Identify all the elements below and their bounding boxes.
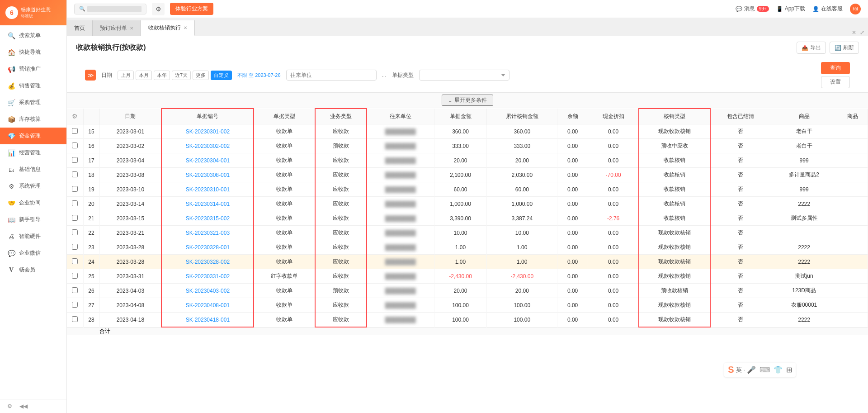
keyboard-icon[interactable]: ⌨ xyxy=(760,366,770,374)
user-avatar[interactable]: Rit xyxy=(850,4,861,14)
column-settings-icon[interactable]: ⚙ xyxy=(72,113,78,120)
cell-doc-type: 收款单 xyxy=(254,182,315,197)
doc-no-link[interactable]: SK-20230328-002 xyxy=(186,259,230,265)
cell-rownum: 22 xyxy=(83,226,99,240)
cell-checkbox[interactable] xyxy=(67,182,83,197)
doc-no-link[interactable]: SK-20230403-002 xyxy=(186,288,230,294)
cell-biz-type: 应收款 xyxy=(315,124,367,139)
operations-icon: 📊 xyxy=(7,149,15,157)
tab-payable-close[interactable]: ✕ xyxy=(130,26,133,31)
counterparty-input[interactable] xyxy=(286,70,377,81)
tab-receipt-close[interactable]: ✕ xyxy=(184,25,187,30)
sidebar-item-purchase[interactable]: 🛒 采购管理 xyxy=(0,94,66,111)
messages-button[interactable]: 💬 消息 99+ xyxy=(736,5,769,13)
cell-checkbox[interactable] xyxy=(67,313,83,328)
cell-checkbox[interactable] xyxy=(67,124,83,139)
tab-receipt[interactable]: 收款核销执行 ✕ xyxy=(141,20,195,36)
sidebar-item-system[interactable]: ⚙ 系统管理 xyxy=(0,178,66,195)
sidebar-item-basic[interactable]: 🗂 基础信息 xyxy=(0,161,66,178)
col-settings[interactable]: ⚙ xyxy=(67,109,83,124)
settings-button[interactable]: 设置 xyxy=(821,76,850,88)
export-button[interactable]: 📤 导出 xyxy=(797,42,826,54)
doc-no-link[interactable]: SK-20230331-002 xyxy=(186,273,230,280)
sidebar-item-sales[interactable]: 💰 销售管理 xyxy=(0,77,66,94)
cell-write-off-type: 收款核销 xyxy=(639,197,710,211)
cell-balance: 0.00 xyxy=(557,240,588,255)
doc-no-link[interactable]: SK-20230308-001 xyxy=(186,172,230,178)
sidebar-item-guide[interactable]: 📖 新手引导 xyxy=(0,211,66,228)
more-date-button[interactable]: 更多 xyxy=(193,71,209,80)
sidebar-item-enterprise[interactable]: 🤝 企业协同 xyxy=(0,195,66,211)
cell-write-off-type: 预收中应收 xyxy=(639,139,710,153)
this-year-button[interactable]: 本年 xyxy=(154,71,170,80)
sidebar-item-finance[interactable]: 💎 资金管理 xyxy=(0,128,66,144)
marketing-icon: 📢 xyxy=(7,66,15,73)
sidebar-item-hardware[interactable]: 🖨 智能硬件 xyxy=(0,228,66,245)
settings-bottom-icon[interactable]: ⚙ xyxy=(7,403,12,409)
sidebar-item-operations[interactable]: 📊 经营管理 xyxy=(0,144,66,161)
tab-payable[interactable]: 预订应付单 ✕ xyxy=(93,20,141,36)
grid-icon[interactable]: ⊞ xyxy=(786,366,792,374)
sidebar-item-member[interactable]: V 畅会员 xyxy=(0,261,66,278)
doc-no-link[interactable]: SK-20230302-002 xyxy=(186,143,230,149)
sidebar-item-search[interactable]: 🔍 搜索菜单 xyxy=(0,27,66,44)
cell-discount: 0.00 xyxy=(588,139,639,153)
doc-no-link[interactable]: SK-20230315-002 xyxy=(186,215,230,222)
expand-more-button[interactable]: ⌄ 展开更多条件 xyxy=(442,95,493,106)
cell-checkbox[interactable] xyxy=(67,197,83,211)
footer-spacer2 xyxy=(83,327,99,335)
cell-checkbox[interactable] xyxy=(67,298,83,313)
cell-checkbox[interactable] xyxy=(67,255,83,269)
shirt-icon[interactable]: 👕 xyxy=(774,366,783,374)
doc-no-link[interactable]: SK-20230301-002 xyxy=(186,128,230,135)
sidebar-item-quick[interactable]: 🏠 快捷导航 xyxy=(0,44,66,61)
doc-no-link[interactable]: SK-20230304-001 xyxy=(186,157,230,164)
doc-no-link[interactable]: SK-20230418-001 xyxy=(186,317,230,323)
table-row: 20 2023-03-14 SK-20230314-001 收款单 应收款 ██… xyxy=(67,197,868,211)
doc-no-link[interactable]: SK-20230310-001 xyxy=(186,186,230,193)
cell-checkbox[interactable] xyxy=(67,240,83,255)
cell-goods: 衣服00001 xyxy=(771,298,837,313)
cell-goods: 老白干 xyxy=(771,124,837,139)
online-service-button[interactable]: 👤 在线客服 xyxy=(812,5,843,13)
cell-checkbox[interactable] xyxy=(67,284,83,298)
cell-date: 2023-03-04 xyxy=(99,153,161,168)
last-7days-button[interactable]: 近7天 xyxy=(172,71,191,80)
sidebar-item-wechat[interactable]: 💬 企业微信 xyxy=(0,245,66,261)
last-month-button[interactable]: 上月 xyxy=(118,71,134,80)
custom-date-button[interactable]: 自定义 xyxy=(211,71,232,80)
cell-checkbox[interactable] xyxy=(67,211,83,226)
filter-toggle-button[interactable]: ≫ xyxy=(85,70,96,81)
doc-no-link[interactable]: SK-20230321-003 xyxy=(186,230,230,236)
cell-goods: 999 xyxy=(771,153,837,168)
expand-tab-icon[interactable]: ⤢ xyxy=(860,29,864,36)
cell-checkbox[interactable] xyxy=(67,269,83,284)
receipt-type-select[interactable] xyxy=(419,70,509,81)
table-row: 21 2023-03-15 SK-20230315-002 收款单 应收款 ██… xyxy=(67,211,868,226)
query-button[interactable]: 查询 xyxy=(821,62,850,74)
sidebar-item-label: 新手引导 xyxy=(19,216,41,223)
doc-no-link[interactable]: SK-20230328-001 xyxy=(186,244,230,251)
tab-home[interactable]: 首页 xyxy=(67,20,93,36)
cell-discount: 0.00 xyxy=(588,269,639,284)
industry-solution-button[interactable]: 体验行业方案 xyxy=(170,3,213,15)
mic-icon[interactable]: 🎤 xyxy=(747,366,756,374)
settings-icon[interactable]: ⚙ xyxy=(152,3,165,15)
cell-checkbox[interactable] xyxy=(67,168,83,182)
sidebar-item-inventory[interactable]: 📦 库存核算 xyxy=(0,111,66,128)
app-download-button[interactable]: 📱 App下载 xyxy=(776,5,805,13)
collapse-icon[interactable]: ◀◀ xyxy=(19,403,28,409)
refresh-button[interactable]: 🔄 刷新 xyxy=(830,42,859,54)
sidebar-item-marketing[interactable]: 📢 营销推广 xyxy=(0,61,66,77)
close-tab-icon[interactable]: ✕ xyxy=(852,29,856,36)
cell-checkbox[interactable] xyxy=(67,153,83,168)
date-filter-label: 日期 xyxy=(101,71,112,79)
refresh-icon: 🔄 xyxy=(835,45,841,51)
cell-checkbox[interactable] xyxy=(67,139,83,153)
doc-no-link[interactable]: SK-20230314-001 xyxy=(186,201,230,207)
col-write-off: 累计核销金额 xyxy=(487,109,557,124)
chevron-right-icon: ≫ xyxy=(87,71,94,79)
cell-checkbox[interactable] xyxy=(67,226,83,240)
this-month-button[interactable]: 本月 xyxy=(136,71,152,80)
doc-no-link[interactable]: SK-20230408-001 xyxy=(186,302,230,309)
